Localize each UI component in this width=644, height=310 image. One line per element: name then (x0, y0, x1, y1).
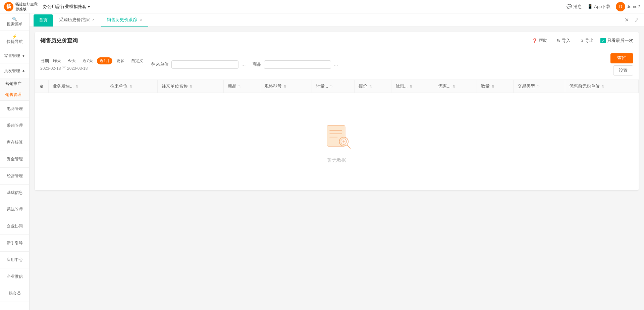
sidebar-item-inventory[interactable]: 库存核算 (0, 134, 29, 151)
app-download-button[interactable]: 📱 App下载 (587, 4, 610, 10)
user-menu[interactable]: D demo2 (616, 2, 640, 11)
sidebar-inventory-label: 库存核算 (7, 140, 23, 145)
sidebar-item-member[interactable]: 畅会员 (0, 285, 29, 302)
sidebar-item-quick-nav[interactable]: ⚡ 快捷导航 (0, 31, 29, 48)
th-price[interactable]: 报价 ⇅ (355, 80, 391, 93)
sidebar-member-label: 畅会员 (9, 291, 21, 296)
partner-dots: ... (240, 61, 247, 67)
product-input[interactable] (264, 60, 331, 69)
th-partner-code-label: 往来单位 (110, 84, 127, 89)
sidebar-item-wholesale[interactable]: 批发管理 ▼ (0, 63, 29, 78)
partner-input[interactable] (171, 60, 238, 69)
th-discount1[interactable]: 优惠... ⇅ (391, 80, 434, 93)
th-quantity[interactable]: 数量 ⇅ (477, 80, 513, 93)
th-partner-code[interactable]: 往来单位 ⇅ (106, 80, 157, 93)
setting-button[interactable]: 设置 (613, 65, 633, 75)
filter-action-area: 查询 设置 (610, 53, 633, 75)
sidebar-group-wholesale: 批发管理 ▼ 营销推广 销售管理 (0, 63, 29, 101)
th-settings[interactable]: ⚙ (35, 80, 48, 93)
wholesale-arrow-icon: ▼ (22, 69, 25, 73)
sidebar-item-search[interactable]: 🔍 搜索菜单 (0, 13, 29, 31)
user-name: demo2 (627, 4, 640, 9)
sort-icon-partner-name: ⇅ (190, 85, 192, 88)
sidebar-item-wechat[interactable]: 企业微信 (0, 268, 29, 285)
sidebar-sub-marketing[interactable]: 营销推广 (0, 78, 29, 89)
sidebar-item-purchase[interactable]: 采购管理 (0, 117, 29, 134)
th-spec-label: 规格型号 (264, 84, 282, 89)
header-right: 💬 消息 📱 App下载 D demo2 (567, 2, 640, 11)
table-area: ⚙ 业务发生... ⇅ 往来单位 ⇅ (35, 80, 639, 190)
partner-input-wrapper: ... (171, 60, 247, 69)
sidebar-sales-label: 销售管理 (5, 92, 21, 97)
tab-purchase-track[interactable]: 采购历史价跟踪 × (54, 14, 101, 27)
tab-sales-track-label: 销售历史价跟踪 (107, 17, 137, 23)
th-unit[interactable]: 计量... ⇅ (312, 80, 355, 93)
sidebar-item-operations[interactable]: 经营管理 (0, 168, 29, 185)
sort-icon-biz-date: ⇅ (75, 85, 78, 88)
help-label: 帮助 (539, 38, 547, 44)
import-button[interactable]: ↻ 导入 (554, 36, 573, 45)
import-label: 导入 (562, 38, 571, 44)
tab-sales-track[interactable]: 销售历史价跟踪 × (101, 14, 148, 27)
sidebar-item-enterprise[interactable]: 企业协同 (0, 218, 29, 235)
sidebar-item-appstore[interactable]: 应用中心 (0, 252, 29, 268)
message-label: 消息 (573, 4, 582, 10)
app-icon: 📱 (587, 4, 593, 9)
maximize-btn[interactable]: ⤢ (633, 15, 640, 24)
date-more-btn[interactable]: 更多 (114, 57, 127, 64)
th-tax-price[interactable]: 优惠前无税单价 ⇅ (565, 80, 638, 93)
sidebar-item-finance[interactable]: 资金管理 (0, 151, 29, 168)
th-biz-date[interactable]: 业务发生... ⇅ (48, 80, 106, 93)
query-button[interactable]: 查询 (610, 53, 633, 63)
export-button[interactable]: ↴ 导出 (577, 36, 596, 45)
sidebar-item-basic[interactable]: 基础信息 (0, 185, 29, 201)
top-header: 畅 畅捷信好生意 标准版 办公用品行业模拟账套 ▾ 💬 消息 📱 App下载 D… (0, 0, 644, 13)
th-partner-name-label: 往来单位名称 (162, 84, 188, 89)
date-7days-btn[interactable]: 近7天 (80, 57, 96, 64)
th-discount2[interactable]: 优惠... ⇅ (434, 80, 477, 93)
tabs-right: ✕ ⤢ (623, 15, 640, 24)
date-yesterday-btn[interactable]: 昨天 (50, 57, 64, 64)
message-icon: 💬 (567, 4, 572, 9)
sort-icon-spec: ⇅ (284, 85, 286, 88)
sidebar-item-retail[interactable]: 零售管理 ▼ (0, 48, 29, 63)
tabs-bar: 首页 采购历史价跟踪 × 销售历史价跟踪 × ✕ ⤢ (30, 13, 644, 27)
close-window-btn[interactable]: ✕ (623, 15, 630, 24)
tab-sales-close-btn[interactable]: × (139, 17, 143, 22)
export-icon: ↴ (580, 38, 584, 43)
page-header: 销售历史价查询 ❓ 帮助 ↻ 导入 ↴ 导出 (35, 32, 639, 49)
th-spec[interactable]: 规格型号 ⇅ (260, 80, 312, 93)
main-layout: 🔍 搜索菜单 ⚡ 快捷导航 零售管理 ▼ 批发管理 ▼ 营销推广 销售管理 (0, 13, 644, 310)
help-button[interactable]: ❓ 帮助 (529, 36, 550, 45)
date-filter: 日期 昨天 今天 近7天 近1月 更多 自定义 2023-02-18 至 202… (40, 57, 146, 71)
tab-purchase-close-btn[interactable]: × (92, 17, 95, 22)
date-custom-btn[interactable]: 自定义 (128, 57, 146, 64)
only-last-checkbox[interactable]: ✓ 只看最后一次 (600, 38, 633, 44)
date-1month-btn[interactable]: 近1月 (97, 57, 113, 64)
sidebar-item-ecommerce[interactable]: 电商管理 (0, 101, 29, 117)
th-trade-type[interactable]: 交易类型 ⇅ (514, 80, 565, 93)
sidebar-item-guide[interactable]: 新手引导 (0, 235, 29, 252)
page-header-actions: ❓ 帮助 ↻ 导入 ↴ 导出 ✓ 只看最后一次 (529, 36, 633, 45)
table-header: ⚙ 业务发生... ⇅ 往来单位 ⇅ (35, 80, 639, 93)
logo-icon: 畅 (4, 2, 13, 11)
search-icon: 🔍 (12, 17, 17, 21)
sidebar-item-system[interactable]: 系统管理 (0, 201, 29, 218)
sort-icon-discount1: ⇅ (410, 85, 412, 88)
filter-area: 日期 昨天 今天 近7天 近1月 更多 自定义 2023-02-18 至 202… (35, 49, 639, 80)
sidebar-sub-sales[interactable]: 销售管理 (0, 89, 29, 100)
data-table: ⚙ 业务发生... ⇅ 往来单位 ⇅ (35, 80, 639, 93)
date-today-btn[interactable]: 今天 (65, 57, 78, 64)
th-discount1-label: 优惠... (395, 84, 408, 89)
sidebar-system-label: 系统管理 (7, 207, 23, 212)
th-partner-name[interactable]: 往来单位名称 ⇅ (157, 80, 223, 93)
logo-area: 畅 畅捷信好生意 标准版 (4, 2, 38, 11)
tab-home[interactable]: 首页 (34, 14, 53, 27)
product-input-wrapper: ... (264, 60, 339, 69)
message-button[interactable]: 💬 消息 (567, 4, 582, 10)
workspace-selector[interactable]: 办公用品行业模拟账套 ▾ (40, 2, 93, 11)
export-label: 导出 (585, 38, 594, 44)
sidebar-quick-nav-label: 快捷导航 (7, 39, 23, 45)
sidebar-search-label: 搜索菜单 (7, 21, 23, 27)
th-product[interactable]: 商品 ⇅ (223, 80, 260, 93)
